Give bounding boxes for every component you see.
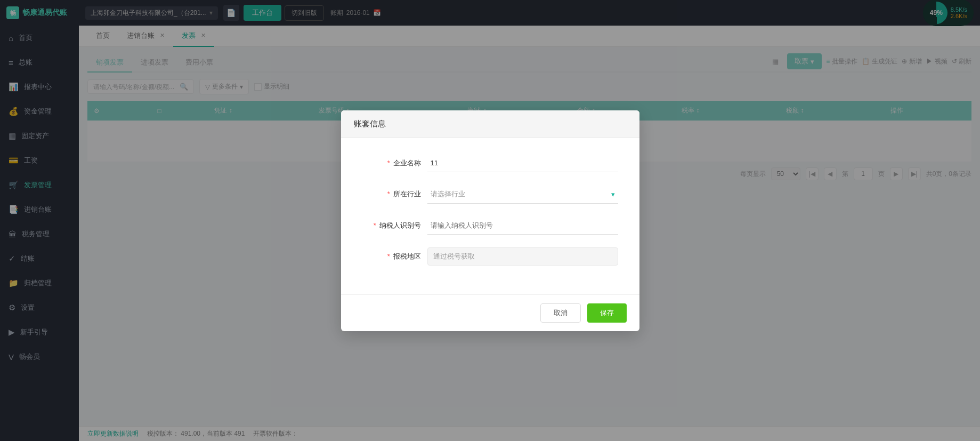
tax-region-placeholder: 通过税号获取 — [433, 252, 475, 261]
tax-region-display: 通过税号获取 — [427, 247, 618, 266]
modal-body: * 企业名称 * 所在行业 请选择行业 ▾ — [341, 138, 639, 294]
industry-select[interactable]: 请选择行业 — [427, 185, 618, 203]
account-info-modal: 账套信息 * 企业名称 * 所在行业 请选择行业 — [341, 110, 639, 331]
cancel-button[interactable]: 取消 — [540, 303, 581, 323]
tax-id-input[interactable] — [427, 217, 618, 235]
tax-region-label: * 报税地区 — [362, 252, 421, 261]
modal-footer: 取消 保存 — [341, 294, 639, 331]
company-name-input[interactable] — [427, 154, 618, 172]
modal-overlay: 账套信息 * 企业名称 * 所在行业 请选择行业 — [0, 0, 980, 441]
industry-required: * — [387, 190, 390, 198]
tax-id-label: * 纳税人识别号 — [362, 221, 421, 230]
company-name-required: * — [387, 159, 390, 167]
modal-title: 账套信息 — [354, 119, 386, 128]
tax-region-required: * — [387, 252, 390, 260]
industry-label: * 所在行业 — [362, 189, 421, 199]
industry-select-wrap: 请选择行业 ▾ — [427, 185, 618, 204]
form-row-industry: * 所在行业 请选择行业 ▾ — [362, 185, 618, 204]
save-button[interactable]: 保存 — [587, 303, 627, 323]
form-row-tax-id: * 纳税人识别号 — [362, 217, 618, 235]
tax-id-required: * — [374, 221, 376, 229]
company-name-label: * 企业名称 — [362, 158, 421, 168]
modal-header: 账套信息 — [341, 110, 639, 138]
form-row-tax-region: * 报税地区 通过税号获取 — [362, 247, 618, 266]
form-row-company-name: * 企业名称 — [362, 154, 618, 172]
